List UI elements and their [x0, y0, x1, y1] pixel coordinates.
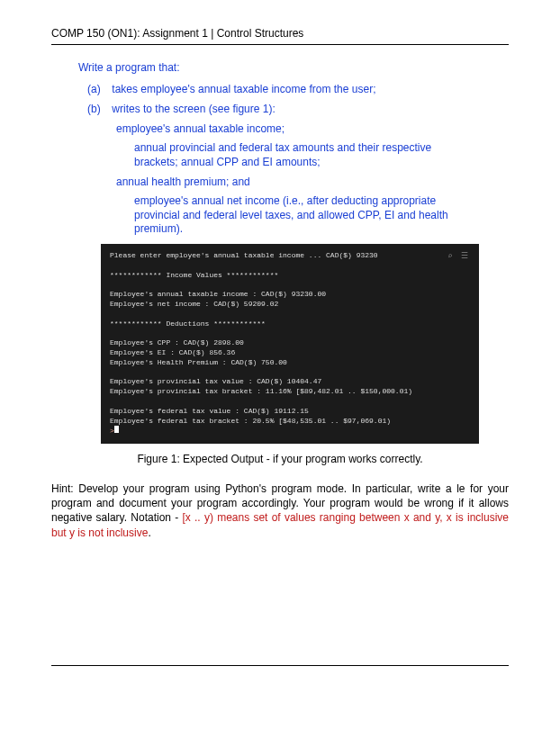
- hint-paragraph: Hint: Develop your program using Python'…: [51, 482, 509, 540]
- terminal-line: Employee's federal tax value : CAD($) 19…: [110, 407, 470, 417]
- terminal-line: Employee's EI : CAD($) 856.36: [110, 348, 470, 358]
- terminal-line: Employee's annual taxable income : CAD($…: [110, 290, 470, 300]
- terminal-line: Please enter employee's annual taxable i…: [110, 251, 470, 261]
- intro-text: Write a program that:: [78, 61, 509, 74]
- terminal-line: Employee's Health Premium : CAD($) 750.0…: [110, 358, 470, 368]
- marker-b: (b): [87, 103, 109, 115]
- list-item-a: (a) takes employee's annual taxable inco…: [87, 83, 509, 95]
- cursor-icon: [114, 426, 119, 433]
- text-a: takes employee's annual taxable income f…: [112, 83, 375, 95]
- list-item-b: (b) writes to the screen (see figure 1):: [87, 103, 509, 115]
- text-b: writes to the screen (see figure 1):: [112, 103, 275, 115]
- sub-income: employee's annual taxable income;: [116, 122, 509, 135]
- footer-rule: [51, 665, 509, 666]
- sub-net: employee's annual net income (i.e., afte…: [134, 194, 509, 237]
- terminal-line: Employee's net income : CAD($) 59209.02: [110, 300, 470, 310]
- terminal-line: Employee's federal tax bracket : 20.5% […: [110, 417, 470, 427]
- terminal-line: Employee's provincial tax value : CAD($)…: [110, 377, 470, 387]
- terminal-tools-icon: ⌕ ☰: [447, 251, 470, 262]
- terminal-line: Employee's provincial tax bracket : 11.1…: [110, 387, 470, 397]
- marker-a: (a): [87, 83, 109, 95]
- terminal-line: ************ Deductions ************: [110, 320, 470, 329]
- terminal-line: Employee's CPP : CAD($) 2898.00: [110, 338, 470, 348]
- terminal-line: ************ Income Values ************: [110, 271, 470, 281]
- sub-tax: annual provincial and federal tax amount…: [134, 141, 509, 169]
- sub-health: annual health premium; and: [116, 176, 509, 188]
- page-header: COMP 150 (ON1): Assignment 1 | Control S…: [51, 27, 509, 45]
- figure-caption: Figure 1: Expected Output - if your prog…: [51, 453, 509, 465]
- terminal-output: ⌕ ☰ Please enter employee's annual taxab…: [101, 244, 479, 444]
- hint-period: .: [148, 526, 150, 539]
